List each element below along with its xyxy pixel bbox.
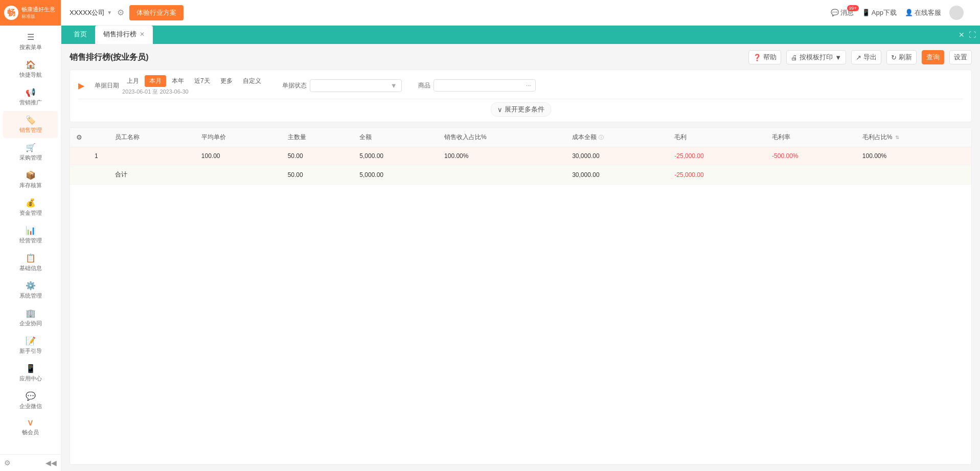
- gross-pct-sort-icon[interactable]: ⇅: [895, 134, 899, 140]
- main-area: XXXXX公司 ▼ ⚙ 体验行业方案 💬 消息 99+ 📱 App下载 👤 在线…: [61, 0, 980, 471]
- home-icon: 🏠: [26, 60, 36, 70]
- enterprise-icon: 🏢: [26, 308, 36, 318]
- row-amount: 5,000.00: [353, 147, 438, 165]
- trial-button[interactable]: 体验行业方案: [129, 5, 184, 20]
- expand-more-button[interactable]: ∨ 展开更多条件: [491, 102, 551, 117]
- goods-select-dots[interactable]: ···: [526, 82, 531, 89]
- sidebar-item-quick-nav[interactable]: 🏠 快捷导航: [3, 56, 58, 83]
- table-scroll-area[interactable]: ⚙ 员工名称 平均单价 主数量 全额 销售收入占比% 成本全额 ⓘ 毛利: [70, 128, 971, 464]
- tab-home-label: 首页: [74, 30, 87, 39]
- sidebar-item-system[interactable]: ⚙️ 系统管理: [3, 277, 58, 304]
- col-settings[interactable]: ⚙: [70, 128, 88, 147]
- finance-icon: 💰: [26, 198, 36, 208]
- filter-area: ▶ 单据日期 上月 本月 本年 近7天 更多 自定义 2023-06-01 至: [70, 70, 972, 122]
- settings-button[interactable]: 设置: [949, 50, 972, 64]
- sidebar-bottom: ⚙ ◀◀: [0, 454, 61, 471]
- sidebar-item-purchase[interactable]: 🛒 采购管理: [3, 139, 58, 166]
- app-download-button[interactable]: 📱 App下载: [862, 8, 897, 17]
- service-icon: 👤: [905, 9, 913, 16]
- marketing-icon: 📢: [26, 87, 36, 97]
- status-filter: 单据状态 ▼: [282, 79, 402, 92]
- tab-close-all-icon[interactable]: ✕: [959, 31, 965, 39]
- footer-rank: [88, 165, 109, 185]
- col-main-qty: 主数量: [282, 128, 354, 147]
- sidebar-item-finance[interactable]: 💰 资金管理: [3, 194, 58, 221]
- sidebar-logo: 畅 畅康通好生意 标准版: [0, 0, 61, 26]
- sidebar-item-enterprise[interactable]: 🏢 企业协同: [3, 304, 58, 331]
- date-btn-custom[interactable]: 自定义: [238, 75, 266, 87]
- date-btn-this-month[interactable]: 本月: [145, 75, 166, 87]
- sidebar-item-marketing[interactable]: 📢 营销推广: [3, 83, 58, 110]
- sidebar-item-basic-info[interactable]: 📋 基础信息: [3, 249, 58, 276]
- filter-divider: [78, 99, 963, 99]
- row-rank: 1: [88, 147, 109, 165]
- query-button[interactable]: 查询: [922, 50, 944, 64]
- date-btn-7days[interactable]: 近7天: [190, 75, 215, 87]
- tab-home[interactable]: 首页: [65, 26, 95, 44]
- date-range-text: 2023-06-01 至 2023-06-30: [122, 88, 266, 96]
- logo-text: 畅康通好生意 标准版: [21, 6, 55, 19]
- date-btn-last-month[interactable]: 上月: [122, 75, 144, 87]
- goods-filter-label: 商品: [418, 81, 430, 90]
- sidebar-item-sales[interactable]: 🏷️ 销售管理: [3, 111, 58, 138]
- status-select[interactable]: ▼: [310, 79, 402, 92]
- footer-label: 合计: [109, 165, 195, 185]
- table-footer: 合计 50.00 5,000.00 30,000.00 -25,000.00: [70, 165, 971, 185]
- tabbar: 首页 销售排行榜 ✕ ✕ ⛶: [61, 26, 980, 44]
- app-center-icon: 📱: [26, 364, 36, 373]
- page-actions: ❓ 帮助 🖨 按模板打印 ▼ ↗ 导出 ↻ 刷新 查询: [748, 50, 972, 64]
- tab-close-icon[interactable]: ✕: [140, 31, 145, 38]
- date-btn-more[interactable]: 更多: [216, 75, 237, 87]
- page-content: 销售排行榜(按业务员) ❓ 帮助 🖨 按模板打印 ▼ ↗ 导出 ↻ 刷新: [61, 44, 980, 471]
- sidebar-item-inventory[interactable]: 📦 库存核算: [3, 166, 58, 193]
- template-print-button[interactable]: 🖨 按模板打印 ▼: [786, 50, 846, 64]
- collapse-icon[interactable]: ◀◀: [45, 459, 57, 467]
- col-employee: 员工名称: [109, 128, 195, 147]
- guide-icon: 📝: [26, 336, 36, 346]
- date-btn-this-year[interactable]: 本年: [167, 75, 189, 87]
- sales-icon: 🏷️: [26, 115, 36, 125]
- sidebar-item-search-order[interactable]: ☰ 搜索菜单: [3, 28, 58, 55]
- footer-amount: 5,000.00: [353, 165, 438, 185]
- topbar-gear-icon[interactable]: ⚙: [117, 8, 124, 17]
- col-sales-pct: 销售收入占比%: [438, 128, 566, 147]
- topbar: XXXXX公司 ▼ ⚙ 体验行业方案 💬 消息 99+ 📱 App下载 👤 在线…: [61, 0, 980, 26]
- sidebar-item-operations[interactable]: 📊 经营管理: [3, 221, 58, 249]
- company-selector[interactable]: XXXXX公司 ▼: [70, 8, 112, 17]
- footer-settings: [70, 165, 88, 185]
- user-avatar[interactable]: [949, 6, 964, 20]
- tab-fullscreen-icon[interactable]: ⛶: [969, 31, 976, 39]
- sidebar-nav: ☰ 搜索菜单 🏠 快捷导航 📢 营销推广 🏷️ 销售管理 🛒 采购管理 📦 库存…: [0, 26, 61, 454]
- sidebar-item-wechat[interactable]: 💬 企业微信: [3, 387, 58, 414]
- operations-icon: 📊: [26, 226, 36, 235]
- service-label: 在线客服: [915, 8, 941, 17]
- goods-select[interactable]: ···: [434, 79, 536, 92]
- table-row: 1 100.00 50.00 5,000.00 100.00% 30,000.0…: [70, 147, 971, 165]
- message-button[interactable]: 💬 消息 99+: [831, 8, 854, 17]
- online-service-button[interactable]: 👤 在线客服: [905, 8, 941, 17]
- filter-toggle-icon[interactable]: ▶: [78, 81, 84, 91]
- row-gross-rate: -500.00%: [766, 147, 856, 165]
- row-gross: -25,000.00: [668, 147, 766, 165]
- help-button[interactable]: ❓ 帮助: [748, 50, 781, 64]
- footer-main-qty: 50.00: [282, 165, 354, 185]
- footer-gross: -25,000.00: [668, 165, 766, 185]
- status-filter-label: 单据状态: [282, 81, 307, 90]
- data-table-wrap: ⚙ 员工名称 平均单价 主数量 全额 销售收入占比% 成本全额 ⓘ 毛利: [70, 127, 972, 465]
- tab-sales-rank[interactable]: 销售排行榜 ✕: [95, 26, 153, 44]
- footer-gross-pct: [856, 165, 971, 185]
- sidebar-item-app-center[interactable]: 📱 应用中心: [3, 360, 58, 387]
- cost-info-icon[interactable]: ⓘ: [599, 134, 604, 140]
- settings-bottom-icon[interactable]: ⚙: [4, 459, 11, 467]
- export-button[interactable]: ↗ 导出: [851, 50, 881, 64]
- app-icon: 📱: [862, 9, 870, 16]
- inventory-icon: 📦: [26, 170, 36, 180]
- refresh-button[interactable]: ↻ 刷新: [886, 50, 917, 64]
- col-settings-icon[interactable]: ⚙: [76, 133, 82, 141]
- company-name: XXXXX公司: [70, 8, 105, 17]
- sidebar-item-guide[interactable]: 📝 新手引导: [3, 332, 58, 359]
- sidebar-item-member[interactable]: V 畅会员: [3, 415, 58, 440]
- message-badge: 99+: [847, 5, 859, 11]
- message-icon: 💬: [831, 9, 839, 16]
- date-buttons: 上月 本月 本年 近7天 更多 自定义: [122, 75, 266, 87]
